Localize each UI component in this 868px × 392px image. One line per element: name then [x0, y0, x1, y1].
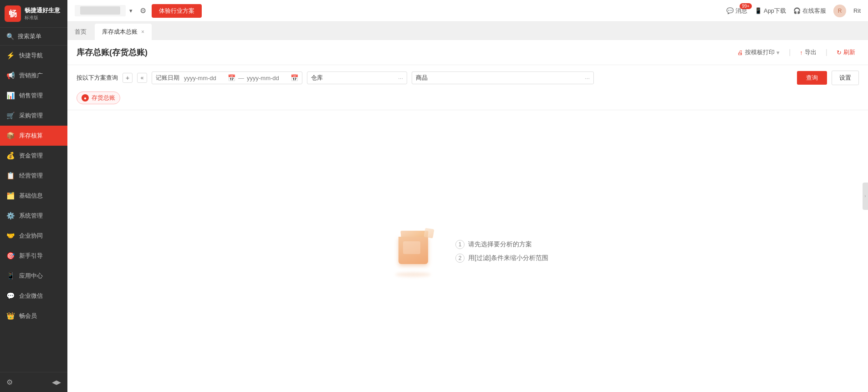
app-download-icon: 📱	[755, 7, 762, 14]
sidebar-item-enterprise[interactable]: 🤝 企业协同	[0, 226, 67, 246]
right-panel-handle[interactable]: ›	[863, 183, 868, 210]
refresh-button[interactable]: ↻ 刷新	[833, 46, 859, 58]
filter-label: 按以下方案查询	[77, 74, 118, 82]
empty-text: 1 请先选择要分析的方案 2 用[过滤]条件来缩小分析范围	[455, 240, 548, 263]
calendar-start-icon[interactable]: 📅	[228, 74, 235, 81]
sidebar-item-sales[interactable]: 📊 销售管理	[0, 86, 67, 106]
marketing-icon: 📢	[6, 71, 15, 80]
tab-close-icon[interactable]: ×	[141, 29, 144, 35]
username-label[interactable]: Rit	[853, 7, 861, 14]
warehouse-select[interactable]: 仓库 ···	[307, 71, 407, 84]
date-start-input[interactable]	[184, 75, 225, 81]
tab-inventory-ledger[interactable]: 库存成本总账 ×	[95, 24, 152, 40]
sidebar-item-marketing[interactable]: 📢 营销推广	[0, 66, 67, 86]
divider-1: |	[789, 48, 791, 56]
date-end-input[interactable]	[247, 75, 288, 81]
purchase-icon: 🛒	[6, 112, 15, 120]
content-area: 1 请先选择要分析的方案 2 用[过滤]条件来缩小分析范围	[67, 110, 868, 392]
topbar-breadcrumb[interactable]	[75, 5, 126, 16]
tab-bar: 首页 库存成本总账 ×	[67, 22, 868, 40]
goods-select[interactable]: 商品 ···	[412, 71, 594, 84]
sidebar-item-label: 应用中心	[19, 272, 61, 280]
tab-home[interactable]: 首页	[67, 24, 94, 40]
sidebar-nav: ⚡ 快捷导航 📢 营销推广 📊 销售管理 🛒 采购管理 📦 库存核算 💰 资金管…	[0, 46, 67, 372]
goods-dots: ···	[585, 75, 590, 81]
empty-hint-2: 2 用[过滤]条件来缩小分析范围	[455, 254, 548, 263]
scheme-tag-icon: ●	[82, 94, 89, 102]
breadcrumb-text	[80, 6, 120, 15]
date-separator: —	[238, 75, 244, 81]
message-icon: 💬	[726, 7, 734, 14]
sidebar-item-label: 快捷导航	[19, 51, 61, 60]
sidebar-item-member[interactable]: 👑 畅会员	[0, 306, 67, 326]
sidebar-item-label: 采购管理	[19, 112, 61, 120]
sidebar-item-funds[interactable]: 💰 资金管理	[0, 146, 67, 166]
scheme-tag[interactable]: ● 存货总账	[77, 92, 120, 104]
filter-date-group: 记账日期 📅 — 📅	[152, 71, 302, 84]
export-button[interactable]: ↑ 导出	[796, 46, 820, 58]
message-button[interactable]: 💬 消息 99+	[726, 7, 747, 15]
hint-num-1: 1	[455, 240, 465, 249]
app-download-button[interactable]: 📱 App下载	[755, 7, 786, 15]
export-label: 导出	[805, 48, 817, 56]
print-label: 按模板打印	[745, 48, 775, 56]
topbar-right: 💬 消息 99+ 📱 App下载 🎧 在线客服 R Rit	[726, 5, 861, 17]
print-template-button[interactable]: 🖨 按模板打印 ▾	[734, 46, 783, 58]
sidebar-search-item[interactable]: 🔍 搜索菜单	[0, 28, 67, 46]
quick-nav-icon: ⚡	[6, 51, 15, 60]
footer-settings-icon[interactable]: ⚙	[6, 378, 13, 387]
sidebar-item-wechat[interactable]: 💬 企业微信	[0, 286, 67, 306]
sidebar-item-system[interactable]: ⚙️ 系统管理	[0, 206, 67, 226]
tab-active-label: 库存成本总账	[102, 28, 138, 36]
message-badge: 99+	[740, 3, 752, 9]
empty-state: 1 请先选择要分析的方案 2 用[过滤]条件来缩小分析范围	[387, 224, 548, 279]
filter-collapse-button[interactable]: «	[137, 73, 147, 83]
basic-icon: 🗂️	[6, 192, 15, 200]
app-download-label: App下载	[764, 7, 786, 15]
query-button[interactable]: 查询	[797, 71, 827, 85]
sidebar-logo[interactable]: 畅 畅捷通好生意 标准版	[0, 0, 67, 28]
refresh-label: 刷新	[843, 48, 855, 56]
sidebar-item-guide[interactable]: 🎯 新手引导	[0, 246, 67, 266]
online-service-icon: 🎧	[793, 7, 801, 14]
funds-icon: 💰	[6, 152, 15, 160]
online-service-button[interactable]: 🎧 在线客服	[793, 7, 826, 15]
print-icon: 🖨	[737, 49, 743, 56]
sidebar-item-basic[interactable]: 🗂️ 基础信息	[0, 186, 67, 206]
calendar-end-icon[interactable]: 📅	[291, 74, 298, 81]
add-icon: +	[126, 74, 129, 81]
topbar-settings-icon[interactable]: ⚙	[140, 6, 146, 15]
hint-text-2: 用[过滤]条件来缩小分析范围	[468, 254, 548, 262]
app-center-icon: 📱	[6, 272, 15, 280]
filter-add-button[interactable]: +	[123, 73, 133, 83]
topbar: ▾ ⚙ 体验行业方案 💬 消息 99+ 📱 App下载 🎧 在线客服 R Rit	[67, 0, 868, 22]
page-header-actions: 🖨 按模板打印 ▾ | ↑ 导出 | ↻ 刷新	[734, 46, 859, 65]
online-service-label: 在线客服	[802, 7, 826, 15]
sidebar-item-label: 库存核算	[19, 132, 61, 140]
sidebar-item-app-center[interactable]: 📱 应用中心	[0, 266, 67, 286]
sidebar-item-label: 基础信息	[19, 192, 61, 200]
sidebar-item-inventory[interactable]: 📦 库存核算	[0, 126, 67, 146]
page-header: 库存总账(存货总账) 🖨 按模板打印 ▾ | ↑ 导出 | ↻ 刷新	[67, 40, 868, 65]
system-icon: ⚙️	[6, 212, 15, 220]
footer-collapse-icon[interactable]: ◀▶	[52, 379, 61, 386]
sidebar-item-purchase[interactable]: 🛒 采购管理	[0, 106, 67, 126]
sidebar-item-label: 系统管理	[19, 212, 61, 220]
sidebar-item-label: 新手引导	[19, 252, 61, 260]
sidebar-item-quick-nav[interactable]: ⚡ 快捷导航	[0, 46, 67, 66]
search-icon: 🔍	[6, 33, 14, 40]
trial-industry-button[interactable]: 体验行业方案	[152, 4, 202, 18]
sidebar-item-label: 经营管理	[19, 172, 61, 180]
topbar-left: ▾ ⚙ 体验行业方案	[75, 4, 726, 18]
wechat-icon: 💬	[6, 292, 15, 300]
topbar-dropdown-icon[interactable]: ▾	[129, 7, 133, 14]
sidebar-item-label: 企业协同	[19, 232, 61, 240]
hint-text-1: 请先选择要分析的方案	[468, 240, 532, 249]
sidebar-item-label: 销售管理	[19, 92, 61, 100]
refresh-icon: ↻	[837, 49, 842, 56]
settings-button[interactable]: 设置	[832, 71, 859, 85]
sidebar-item-label: 资金管理	[19, 152, 61, 160]
sidebar-item-operations[interactable]: 📋 经营管理	[0, 166, 67, 186]
guide-icon: 🎯	[6, 252, 15, 260]
user-avatar[interactable]: R	[833, 5, 846, 17]
